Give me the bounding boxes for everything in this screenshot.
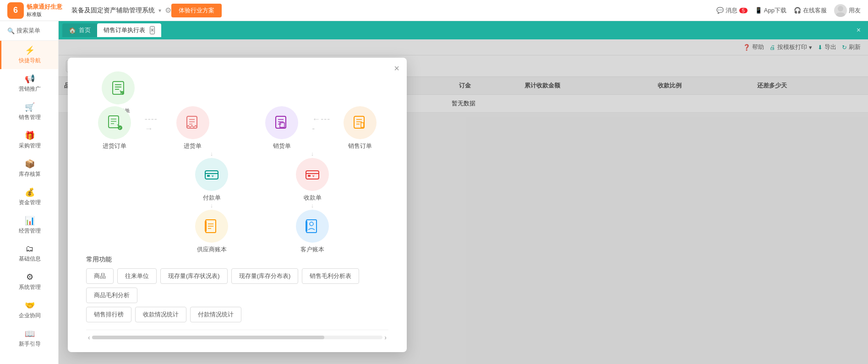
sidebar-item-inventory[interactable]: 📦 库存核算 bbox=[0, 154, 58, 183]
search-icon: 🔍 bbox=[7, 27, 15, 34]
sidebar-item-label: 系统管理 bbox=[19, 283, 41, 291]
sidebar-item-label: 企业协同 bbox=[19, 312, 41, 320]
func-btn-product-profit[interactable]: 商品毛利分析 bbox=[86, 288, 137, 303]
func-btn-row1: 商品 往来单位 现存量(库存状况表) 现存量(库存分布表) 销售毛利分析表 商品… bbox=[86, 268, 388, 303]
basic-icon: 🗂 bbox=[26, 244, 34, 254]
search-menu-btn[interactable]: 🔍 搜索菜单 bbox=[4, 25, 55, 37]
sidebar-item-sys[interactable]: ⚙ 系统管理 bbox=[0, 267, 58, 296]
tab-home[interactable]: 🏠 首页 bbox=[62, 23, 97, 37]
funds-icon: 💰 bbox=[25, 187, 35, 197]
sidebar-item-sales[interactable]: 🛒 销售管理 bbox=[0, 98, 58, 126]
sidebar-item-quick-nav[interactable]: ⚡ 快捷导航 bbox=[0, 41, 58, 69]
svg-text:✓: ✓ bbox=[120, 92, 123, 95]
modal-scroll-bar: ‹ › bbox=[86, 330, 388, 341]
content-area: 🏠 首页 销售订单执行表 × × ❓ 帮助 🖨 bbox=[59, 21, 868, 364]
flow-node-purchase-order2: ✓ 进货订单 bbox=[86, 106, 143, 150]
sidebar-item-marketing[interactable]: 📢 营销推广 bbox=[0, 69, 58, 98]
top-bar-middle: ▾ ⚙ bbox=[158, 6, 171, 15]
tab-sales-order-exec[interactable]: 销售订单执行表 × bbox=[97, 23, 161, 37]
sidebar-item-label: 销售管理 bbox=[19, 114, 41, 121]
marketing-icon: 📢 bbox=[25, 74, 35, 84]
modal-overlay: × ✓ 进货订单 bbox=[59, 39, 868, 364]
svg-text:✓: ✓ bbox=[119, 126, 121, 130]
beginner-icon: 📖 bbox=[25, 329, 35, 339]
window-close-btn[interactable]: × bbox=[853, 26, 864, 34]
trial-btn[interactable]: 体验行业方案 bbox=[171, 4, 222, 17]
logo-text: 畅康通好生意 标准版 bbox=[27, 3, 62, 17]
tab-bar: 🏠 首页 销售订单执行表 × × bbox=[59, 21, 868, 39]
svg-rect-36 bbox=[205, 221, 207, 232]
top-bar-right: 💬 消息 5 📱 App下载 🎧 在线客服 用友 bbox=[716, 4, 861, 17]
tab-close-btn[interactable]: × bbox=[150, 26, 155, 34]
func-btn-sales-profit[interactable]: 销售毛利分析表 bbox=[302, 268, 359, 284]
svg-rect-22 bbox=[280, 123, 284, 127]
scroll-thumb[interactable] bbox=[92, 336, 325, 339]
logo-icon: 6 bbox=[7, 2, 24, 19]
flow-node-sales-order: 销售订单 bbox=[332, 106, 388, 150]
top-bar: 6 畅康通好生意 标准版 装备及固定资产辅助管理系统 ▾ ⚙ 体验行业方案 💬 … bbox=[0, 0, 868, 21]
quick-nav-icon: ⚡ bbox=[25, 45, 35, 55]
sidebar-item-ops[interactable]: 📊 经营管理 bbox=[0, 211, 58, 239]
scroll-track bbox=[92, 336, 383, 339]
func-btn-stock-status[interactable]: 现存量(库存状况表) bbox=[160, 268, 228, 284]
ops-icon: 📊 bbox=[25, 216, 35, 226]
online-service-item[interactable]: 🎧 在线客服 bbox=[794, 6, 827, 15]
svg-text:¥: ¥ bbox=[312, 174, 315, 178]
sidebar-search: 🔍 搜索菜单 bbox=[0, 21, 58, 41]
sidebar-item-label: 营销推广 bbox=[19, 85, 41, 93]
sidebar-item-label: 库存核算 bbox=[19, 170, 41, 178]
func-btn-row2: 销售排行榜 收款情况统计 付款情况统计 bbox=[86, 307, 388, 322]
svg-rect-23 bbox=[354, 116, 364, 128]
sidebar-item-beginner[interactable]: 📖 新手引导 bbox=[0, 324, 58, 353]
common-functions-title: 常用功能 bbox=[86, 255, 388, 264]
svg-rect-40 bbox=[306, 220, 317, 233]
sidebar-item-label: 快捷导航 bbox=[19, 57, 41, 65]
main-area: 🔍 搜索菜单 ⚡ 快捷导航 📢 营销推广 🛒 销售管理 🎁 采购管理 bbox=[0, 21, 868, 364]
scroll-left-btn[interactable]: ‹ bbox=[86, 334, 92, 341]
modal-box: × ✓ 进货订单 bbox=[68, 58, 407, 352]
message-icon: 💬 bbox=[716, 7, 724, 14]
phone-icon: 📱 bbox=[755, 7, 762, 14]
scroll-right-btn[interactable]: › bbox=[382, 334, 388, 341]
sidebar-item-enterprise[interactable]: 🤝 企业协同 bbox=[0, 296, 58, 324]
purchase-icon: 🎁 bbox=[25, 130, 35, 141]
sidebar-item-label: 资金管理 bbox=[19, 199, 41, 206]
sys-icon: ⚙ bbox=[26, 272, 33, 282]
dropdown-arrow-icon[interactable]: ▾ bbox=[158, 7, 161, 14]
svg-rect-33 bbox=[308, 175, 311, 177]
func-btn-stock-dist[interactable]: 现存量(库存分布表) bbox=[231, 268, 299, 284]
svg-rect-41 bbox=[306, 221, 307, 232]
message-item[interactable]: 💬 消息 5 bbox=[716, 6, 748, 15]
sidebar-item-funds[interactable]: 💰 资金管理 bbox=[0, 183, 58, 211]
avatar bbox=[834, 4, 847, 17]
modal-close-btn[interactable]: × bbox=[394, 63, 399, 74]
func-btn-receipt-stats[interactable]: 收款情况统计 bbox=[135, 307, 186, 322]
flow-node-purchase-bill: 进货单 bbox=[164, 106, 221, 150]
func-btn-sales-rank[interactable]: 销售排行榜 bbox=[86, 307, 131, 322]
gear-icon[interactable]: ⚙ bbox=[165, 6, 171, 15]
logo-area: 6 畅康通好生意 标准版 bbox=[7, 2, 66, 19]
page-content: ❓ 帮助 🖨 按模板打印 ▾ ⬇ 导出 ↻ 刷新 bbox=[59, 39, 868, 364]
sidebar-item-purchase[interactable]: 🎁 采购管理 bbox=[0, 126, 58, 154]
svg-rect-14 bbox=[187, 116, 197, 128]
headset-icon: 🎧 bbox=[794, 7, 801, 14]
sidebar: 🔍 搜索菜单 ⚡ 快捷导航 📢 营销推广 🛒 销售管理 🎁 采购管理 bbox=[0, 21, 59, 364]
svg-point-1 bbox=[836, 12, 845, 17]
func-btn-payment-stats[interactable]: 付款情况统计 bbox=[190, 307, 241, 322]
app-download-item[interactable]: 📱 App下载 bbox=[755, 6, 786, 15]
func-btn-partner[interactable]: 往来单位 bbox=[117, 268, 157, 284]
func-btn-product[interactable]: 商品 bbox=[86, 268, 114, 284]
svg-rect-8 bbox=[109, 116, 119, 128]
svg-rect-29 bbox=[207, 175, 210, 177]
sidebar-item-basic[interactable]: 🗂 基础信息 bbox=[0, 239, 58, 267]
flow-node-payment-bill: ¥ 付款单 bbox=[180, 158, 244, 202]
svg-text:¥: ¥ bbox=[211, 174, 214, 178]
user-item[interactable]: 用友 bbox=[834, 4, 861, 17]
system-name: 装备及固定资产辅助管理系统 bbox=[71, 6, 155, 15]
sidebar-item-label: 基础信息 bbox=[19, 255, 41, 263]
common-functions-section: 常用功能 商品 往来单位 现存量(库存状况表) 现存量(库存分布表) 销售毛利分… bbox=[86, 255, 388, 322]
app-container: 6 畅康通好生意 标准版 装备及固定资产辅助管理系统 ▾ ⚙ 体验行业方案 💬 … bbox=[0, 0, 868, 364]
enterprise-icon: 🤝 bbox=[25, 300, 35, 310]
svg-point-0 bbox=[838, 6, 843, 11]
flow-node-sales-bill: 销货单 bbox=[253, 106, 310, 150]
